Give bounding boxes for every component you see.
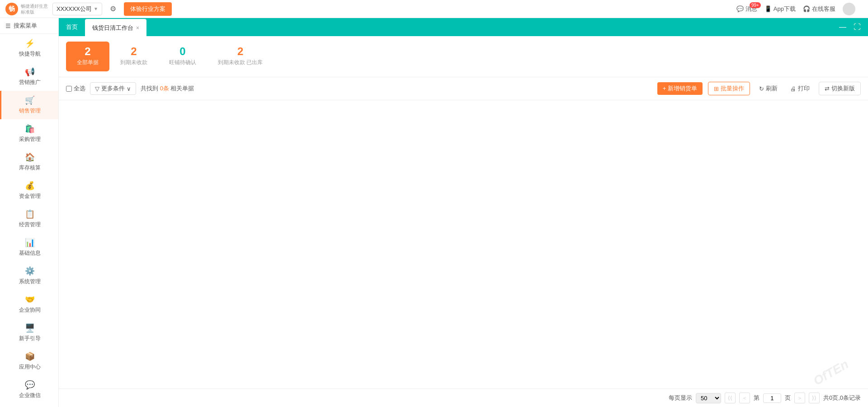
sidebar: ☰ 搜索菜单 ⚡ 快捷导航 📢 营销推广 🛒 销售管理 🛍️ 采购管理 🏠 库存… [0,18,59,407]
sidebar-item-purchase[interactable]: 🛍️ 采购管理 [0,119,58,148]
stat-label: 到期未收款 已出库 [218,59,263,66]
purchase-icon: 🛍️ [25,124,35,134]
sidebar-item-label: 快捷导航 [19,50,41,58]
page-content: 2 全部单据 2 到期未收款 0 旺铺待确认 2 到期未收款 已出库 [59,36,868,407]
message-badge: 99+ [750,2,761,8]
tab-bar: 首页 钱货日清工作台 × — ⛶ [59,18,868,36]
refresh-button[interactable]: ↻ 刷新 [755,82,781,95]
logo-area: 畅 畅捷通好生意 标准版 [5,3,48,15]
refresh-icon: ↻ [759,85,764,92]
search-icon: ☰ [5,23,11,29]
tab-label: 钱货日清工作台 [92,24,133,32]
batch-operation-button[interactable]: ⊞ 批量操作 [708,82,750,95]
sales-icon: 🛒 [25,95,35,105]
sidebar-item-finance[interactable]: 💰 资金管理 [0,176,58,205]
add-sales-order-button[interactable]: + 新增销货单 [657,82,703,95]
header-right: 💬 消息 99+ 📱 App下载 🎧 在线客服 [736,3,863,15]
sidebar-item-label: 营销推广 [19,79,41,86]
company-name: XXXXXX公司 [57,5,92,13]
print-label: 打印 [798,84,810,93]
trial-button[interactable]: 体验行业方案 [124,2,172,16]
avatar[interactable] [843,3,855,15]
switch-icon: ⇄ [825,85,830,92]
stat-label: 全部单据 [77,59,99,66]
found-text: 共找到 0条 相关单据 [141,84,194,93]
online-service-item[interactable]: 🎧 在线客服 [803,5,835,13]
search-menu-label: 搜索菜单 [14,22,37,30]
switch-label: 切换新版 [831,84,855,93]
content-area: 首页 钱货日清工作台 × — ⛶ 2 全部单据 2 到期未收款 [59,18,868,407]
page-label: 第 [754,394,760,402]
operation-icon: 📋 [25,209,35,219]
sidebar-item-guide[interactable]: 🖥️ 新手引导 [0,318,58,347]
sidebar-item-system[interactable]: ⚙️ 系统管理 [0,262,58,290]
marketing-icon: 📢 [25,67,35,77]
table-area [59,100,868,388]
tab-home[interactable]: 首页 [59,18,85,36]
stat-num: 2 [218,45,263,58]
first-page-button[interactable]: ⟨⟨ [725,393,736,403]
logo-icon: 畅 [5,3,18,15]
stat-label: 旺铺待确认 [169,59,196,66]
app-download-label: App下载 [774,5,796,13]
print-button[interactable]: 🖨 打印 [787,82,813,95]
prev-page-button[interactable]: ＜ [739,393,750,403]
sidebar-item-sales[interactable]: 🛒 销售管理 [0,91,58,119]
top-header: 畅 畅捷通好生意 标准版 XXXXXX公司 ▼ ⚙ 体验行业方案 💬 消息 99… [0,0,868,18]
pagination: 每页显示 50 10 20 100 ⟨⟨ ＜ 第 页 ＞ ⟩⟩ 共0页,0条记录 [59,388,868,407]
sidebar-item-wechat[interactable]: 💬 企业微信 [0,375,58,404]
filter-label: 更多条件 [101,84,125,93]
search-menu[interactable]: ☰ 搜索菜单 [0,18,58,34]
sidebar-item-enterprise[interactable]: 🤝 企业协同 [0,290,58,318]
stat-num: 2 [120,45,147,58]
filter-icon: ▽ [95,85,99,92]
quick-nav-icon: ⚡ [25,38,35,48]
toolbar-left: 全选 ▽ 更多条件 ∨ 共找到 0条 相关单据 [66,82,194,95]
sidebar-item-app-center[interactable]: 📦 应用中心 [0,347,58,375]
tab-close-icon[interactable]: × [136,25,139,31]
stat-label: 到期未收款 [120,59,147,66]
settings-button[interactable]: ⚙ [107,3,119,15]
last-page-button[interactable]: ⟩⟩ [809,393,820,403]
company-selector[interactable]: XXXXXX公司 ▼ [52,3,102,15]
filter-button[interactable]: ▽ 更多条件 ∨ [90,82,136,95]
sidebar-item-inventory[interactable]: 🏠 库存核算 [0,148,58,176]
page-input[interactable] [763,393,781,403]
select-all-input[interactable] [66,86,72,92]
sidebar-item-basic-info[interactable]: 📊 基础信息 [0,233,58,262]
download-icon: 📱 [764,5,772,12]
service-icon: 🎧 [803,5,810,12]
stat-card-overdue[interactable]: 2 到期未收款 [109,42,158,71]
logo-text: 畅捷通好生意 标准版 [21,3,48,15]
sidebar-item-label: 企业协同 [19,306,41,314]
sidebar-item-member[interactable]: 🏅 畅会员 [0,404,58,407]
sidebar-item-operation[interactable]: 📋 经营管理 [0,205,58,233]
stats-row: 2 全部单据 2 到期未收款 0 旺铺待确认 2 到期未收款 已出库 [59,36,868,77]
stat-card-pending[interactable]: 0 旺铺待确认 [158,42,207,71]
per-page-select[interactable]: 50 10 20 100 [696,393,721,403]
tab-minimize-button[interactable]: — [837,21,848,33]
select-all-checkbox[interactable]: 全选 [66,84,85,93]
app-download-item[interactable]: 📱 App下载 [764,5,796,13]
sidebar-item-quick-nav[interactable]: ⚡ 快捷导航 [0,34,58,62]
wechat-icon: 💬 [25,380,35,390]
inventory-icon: 🏠 [25,152,35,162]
enterprise-icon: 🤝 [25,295,35,304]
stat-card-all[interactable]: 2 全部单据 [66,42,109,71]
next-page-button[interactable]: ＞ [794,393,805,403]
sidebar-item-label: 销售管理 [19,107,41,115]
service-label: 在线客服 [812,5,835,13]
message-icon: 💬 [736,5,744,12]
batch-label: 批量操作 [721,84,744,93]
stat-card-unshipped[interactable]: 2 到期未收款 已出库 [207,42,274,71]
chevron-down-icon: ∨ [127,85,131,92]
tab-active[interactable]: 钱货日清工作台 × [85,19,146,37]
message-item[interactable]: 💬 消息 99+ [736,5,757,13]
sidebar-item-marketing[interactable]: 📢 营销推广 [0,62,58,91]
sidebar-item-label: 库存核算 [19,164,41,172]
tab-actions: — ⛶ [837,21,868,33]
tab-maximize-button[interactable]: ⛶ [852,21,863,33]
sidebar-item-label: 采购管理 [19,136,41,143]
switch-version-button[interactable]: ⇄ 切换新版 [819,82,861,95]
sidebar-item-label: 基础信息 [19,249,41,257]
